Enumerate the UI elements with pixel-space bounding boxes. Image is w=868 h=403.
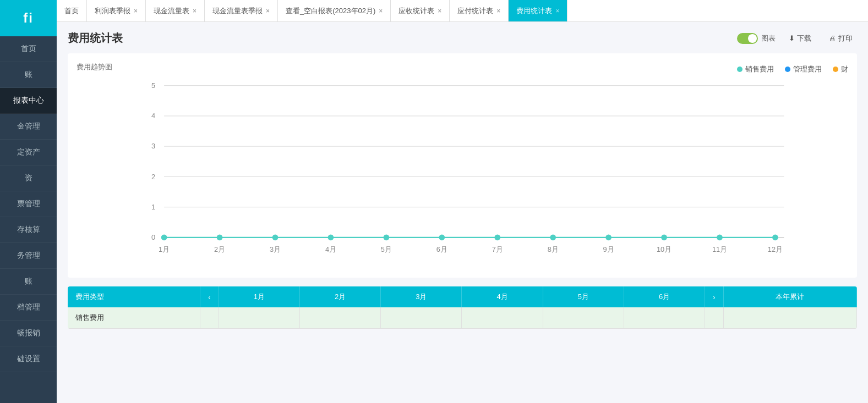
svg-text:6月: 6月 — [436, 245, 447, 253]
cell-m4 — [462, 307, 543, 329]
col-header-m4: 4月 — [462, 286, 543, 307]
tab-close-payable[interactable]: × — [496, 7, 500, 15]
svg-point-20 — [550, 235, 556, 241]
cell-m5 — [543, 307, 624, 329]
svg-text:0: 0 — [151, 233, 155, 241]
svg-text:3: 3 — [151, 142, 155, 150]
print-icon: 🖨 — [829, 34, 836, 42]
col-header-type: 费用类型 — [68, 286, 200, 307]
tab-cashflow-quarterly[interactable]: 现金流量表季报 × — [205, 0, 278, 21]
tab-cashflow[interactable]: 现金流量表 × — [146, 0, 205, 21]
col-header-ytd: 本年累计 — [723, 286, 856, 307]
sidebar-item-reports[interactable]: 报表中心 — [0, 88, 57, 114]
print-button[interactable]: 🖨 打印 — [825, 31, 857, 46]
table-row: 销售费用 — [68, 307, 857, 329]
chart-toggle-wrap: 图表 — [737, 33, 776, 44]
svg-point-15 — [272, 235, 279, 241]
legend-dot-sales — [737, 67, 743, 72]
svg-text:7月: 7月 — [492, 245, 503, 253]
sidebar-item-account[interactable]: 账 — [0, 62, 57, 88]
sidebar-item-services[interactable]: 务管理 — [0, 243, 57, 269]
tab-payable[interactable]: 应付统计表 × — [450, 0, 509, 21]
download-button[interactable]: ⬇ 下载 — [784, 31, 816, 46]
sidebar-item-settings[interactable]: 础设置 — [0, 346, 57, 372]
svg-text:5月: 5月 — [381, 245, 392, 253]
tab-close-profit-quarterly[interactable]: × — [134, 7, 138, 15]
tab-profit-quarterly[interactable]: 利润表季报 × — [87, 0, 146, 21]
svg-point-16 — [328, 235, 334, 241]
table-header-row: 费用类型 ‹ 1月 2月 3月 4月 5月 6月 › 本年累计 — [68, 286, 857, 307]
legend-label-sales: 销售费用 — [745, 64, 774, 74]
svg-point-14 — [217, 235, 223, 241]
svg-text:4: 4 — [151, 112, 155, 120]
cell-m6 — [624, 307, 705, 329]
sidebar-item-invoice[interactable]: 票管理 — [0, 191, 57, 217]
sidebar-item-inventory[interactable]: 存核算 — [0, 217, 57, 243]
col-header-m2: 2月 — [299, 286, 380, 307]
tab-close-cashflow[interactable]: × — [193, 7, 196, 15]
tab-close-expense[interactable]: × — [555, 7, 559, 15]
legend-finance: 财 — [833, 64, 848, 74]
sidebar-item-archive[interactable]: 档管理 — [0, 295, 57, 321]
toggle-label: 图表 — [761, 34, 776, 43]
svg-text:8月: 8月 — [548, 245, 559, 253]
chart-toggle[interactable] — [737, 33, 758, 44]
tab-close-cashflow-quarterly[interactable]: × — [266, 7, 270, 15]
sidebar: fi 首页 账 报表中心 金管理 定资产 资 票管理 存核算 务管理 账 档管理… — [0, 0, 57, 403]
chart-legend: 销售费用 管理费用 财 — [737, 64, 848, 74]
svg-text:11月: 11月 — [712, 245, 727, 253]
svg-text:12月: 12月 — [768, 245, 783, 253]
legend-sales: 销售费用 — [737, 64, 774, 74]
cell-m3 — [381, 307, 462, 329]
svg-text:4月: 4月 — [325, 245, 336, 253]
svg-text:2月: 2月 — [214, 245, 225, 253]
tab-expense[interactable]: 费用统计表 × — [509, 0, 567, 21]
cell-m1 — [219, 307, 299, 329]
sidebar-item-finance[interactable]: 金管理 — [0, 114, 57, 140]
cell-m2 — [299, 307, 380, 329]
col-header-m1: 1月 — [219, 286, 299, 307]
sidebar-item-ledger[interactable]: 账 — [0, 269, 57, 295]
main-area: 首页 利润表季报 × 现金流量表 × 现金流量表季报 × 查看_空白报表(202… — [57, 0, 868, 403]
page-content: 费用统计表 图表 ⬇ 下载 🖨 打印 费用趋势图 — [57, 22, 868, 403]
page-title: 费用统计表 — [68, 31, 123, 46]
svg-point-17 — [384, 235, 390, 241]
col-header-m3: 3月 — [381, 286, 462, 307]
cell-nav-prev — [200, 307, 219, 329]
cell-type: 销售费用 — [68, 307, 200, 329]
sidebar-item-capital[interactable]: 资 — [0, 165, 57, 191]
trend-chart: 5 4 3 2 1 0 — [77, 80, 848, 267]
col-prev-nav[interactable]: ‹ — [200, 286, 219, 307]
cell-nav-next — [705, 307, 723, 329]
sidebar-item-home[interactable]: 首页 — [0, 36, 57, 62]
download-label: 下载 — [797, 34, 811, 43]
col-next-nav[interactable]: › — [705, 286, 723, 307]
chart-card: 费用趋势图 销售费用 管理费用 财 — [68, 53, 857, 278]
download-icon: ⬇ — [789, 34, 795, 42]
tab-bar: 首页 利润表季报 × 现金流量表 × 现金流量表季报 × 查看_空白报表(202… — [57, 0, 868, 22]
col-header-m5: 5月 — [543, 286, 624, 307]
tab-close-receivable[interactable]: × — [438, 7, 441, 15]
sidebar-item-fixed-assets[interactable]: 定资产 — [0, 140, 57, 165]
svg-point-18 — [439, 235, 445, 241]
svg-text:3月: 3月 — [270, 245, 281, 253]
tab-home[interactable]: 首页 — [57, 0, 87, 21]
svg-text:1月: 1月 — [159, 245, 170, 253]
col-header-m6: 6月 — [624, 286, 705, 307]
page-header: 费用统计表 图表 ⬇ 下载 🖨 打印 — [68, 31, 857, 46]
svg-point-22 — [661, 235, 667, 241]
svg-text:2: 2 — [151, 173, 155, 181]
svg-point-23 — [717, 235, 723, 241]
legend-label-finance: 财 — [841, 64, 848, 74]
tab-receivable[interactable]: 应收统计表 × — [391, 0, 450, 21]
legend-admin: 管理费用 — [785, 64, 822, 74]
tab-close-blank-report[interactable]: × — [379, 7, 383, 15]
print-label: 打印 — [838, 34, 853, 43]
svg-point-24 — [772, 235, 778, 241]
svg-point-19 — [494, 235, 500, 241]
svg-point-13 — [161, 235, 167, 241]
app-logo: fi — [0, 0, 57, 36]
sidebar-item-reimbursement[interactable]: 畅报销 — [0, 321, 57, 346]
svg-text:5: 5 — [151, 81, 155, 90]
tab-blank-report[interactable]: 查看_空白报表(2023年02月) × — [278, 0, 391, 21]
